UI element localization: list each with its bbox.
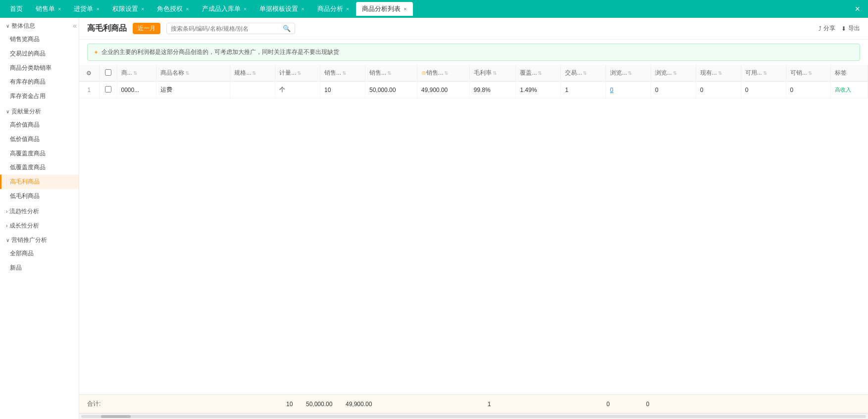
sidebar-item-high-coverage[interactable]: 高覆盖度商品 [0, 146, 79, 161]
search-box: 🔍 [166, 23, 295, 34]
sidebar-item-traded-goods[interactable]: 交易过的商品 [0, 47, 79, 61]
footer-available-stock: 0 [613, 401, 653, 408]
sidebar-item-high-margin[interactable]: 高毛利商品 [0, 175, 79, 189]
col-unit[interactable]: 计量...⇅ [275, 65, 320, 82]
nav-item-sales[interactable]: 销售单 × [30, 2, 67, 16]
col-name[interactable]: 商品名称⇅ [156, 65, 230, 82]
sidebar-section-marketing[interactable]: ∨ 营销推广分析 [0, 232, 79, 246]
page-title: 高毛利商品 [87, 23, 127, 34]
chevron-down-icon: ∨ [6, 23, 9, 29]
row-checkbox[interactable] [99, 82, 117, 98]
close-icon[interactable]: × [186, 6, 189, 12]
row-sales-cost: 49,900.00 [417, 82, 469, 98]
nav-item-role[interactable]: 角色授权 × [151, 2, 195, 16]
close-icon[interactable]: × [301, 6, 304, 12]
chevron-right-icon: › [6, 223, 7, 229]
col-settings[interactable]: ⚙ [79, 65, 99, 82]
footer-sales-qty: 10 [257, 401, 297, 408]
sidebar-item-stock-capital[interactable]: 库存资金占用 [0, 89, 79, 103]
row-sales-qty: 10 [320, 82, 365, 98]
sidebar-section-trend[interactable]: › 流趋性分析 [0, 203, 79, 218]
sidebar-item-in-stock[interactable]: 有库存的商品 [0, 75, 79, 89]
col-browse2[interactable]: 浏览...⇅ [651, 65, 696, 82]
nav-item-template[interactable]: 单据模板设置 × [254, 2, 310, 16]
table-container[interactable]: ⚙ 商...⇅ 商品名称⇅ 规格...⇅ 计量...⇅ 销售...⇅ 销售...… [79, 65, 868, 394]
close-icon[interactable]: × [58, 6, 61, 12]
window-close-button[interactable]: × [851, 4, 864, 14]
sidebar-item-high-value[interactable]: 高价值商品 [0, 118, 79, 132]
row-gross-margin: 99.8% [469, 82, 516, 98]
row-spec [230, 82, 275, 98]
close-icon[interactable]: × [244, 6, 247, 12]
row-sales-amount: 50,000.00 [365, 82, 417, 98]
chevron-right-icon: › [6, 209, 7, 214]
footer-summary: 合计: 10 50,000.00 49,900.00 1 0 0 [79, 394, 868, 413]
footer-current-stock: 0 [574, 401, 613, 408]
nav-item-analysis-list[interactable]: 商品分析列表 × [356, 2, 412, 16]
col-checkbox [99, 65, 117, 82]
sidebar-collapse-button[interactable]: « [73, 22, 77, 30]
sidebar-item-all-goods[interactable]: 全部商品 [0, 246, 79, 261]
select-all-checkbox[interactable] [105, 69, 111, 76]
row-coverage: 1.49% [516, 82, 561, 98]
sidebar-section-overall[interactable]: ∨ 整体信息 [0, 18, 79, 32]
col-code[interactable]: 商...⇅ [117, 65, 156, 82]
close-icon[interactable]: × [141, 6, 144, 12]
col-available-stock[interactable]: 可用...⇅ [741, 65, 786, 82]
footer-transaction: 1 [455, 401, 495, 408]
col-sales-amount[interactable]: 销售...⇅ [365, 65, 417, 82]
content-header: 高毛利商品 近一月 🔍 ⤴ 分享 ⬇ 导出 [79, 18, 868, 40]
export-button[interactable]: ⬇ 导出 [841, 24, 860, 33]
horizontal-scrollbar[interactable] [79, 413, 868, 419]
col-browse1[interactable]: 浏览...⇅ [606, 65, 651, 82]
nav-item-permission[interactable]: 权限设置 × [106, 2, 150, 16]
share-button[interactable]: ⤴ 分享 [818, 24, 835, 33]
footer-sales-amount: 50,000.00 [297, 401, 336, 408]
row-num: 1 [79, 82, 99, 98]
top-nav: 首页 销售单 × 进货单 × 权限设置 × 角色授权 × 产成品入库单 × 单据… [0, 0, 868, 18]
scrollbar-track [81, 415, 866, 418]
row-current-stock: 0 [696, 82, 741, 98]
table-row: 1 0000... 运费 个 10 50,000.00 49,900.00 99… [79, 82, 868, 98]
sidebar-item-low-margin[interactable]: 低毛利商品 [0, 189, 79, 203]
sidebar-item-low-value[interactable]: 低价值商品 [0, 132, 79, 146]
col-spec[interactable]: 规格...⇅ [230, 65, 275, 82]
close-icon[interactable]: × [404, 6, 407, 12]
col-sellable-stock[interactable]: 可销...⇅ [786, 65, 831, 82]
sidebar-item-category-assist[interactable]: 商品分类助销率 [0, 61, 79, 75]
nav-item-home[interactable]: 首页 [4, 2, 29, 16]
nav-item-purchase[interactable]: 进货单 × [68, 2, 105, 16]
sidebar-item-low-coverage[interactable]: 低覆盖度商品 [0, 160, 79, 175]
close-icon[interactable]: × [96, 6, 99, 12]
nav-item-product-entry[interactable]: 产成品入库单 × [196, 2, 253, 16]
sidebar: « ∨ 整体信息 销售览商品 交易过的商品 商品分类助销率 有库存的商品 库存资… [0, 18, 79, 419]
row-available-stock: 0 [741, 82, 786, 98]
filter-button[interactable]: 近一月 [133, 23, 160, 34]
col-sales-cost[interactable]: ⊙销售...⇅ [417, 65, 469, 82]
sidebar-section-contribution[interactable]: ∨ 贡献量分析 [0, 103, 79, 118]
col-tag[interactable]: 标签 [831, 65, 868, 82]
main-layout: « ∨ 整体信息 销售览商品 交易过的商品 商品分类助销率 有库存的商品 库存资… [0, 18, 868, 419]
footer-label: 合计: [87, 400, 101, 408]
table-header-row: ⚙ 商...⇅ 商品名称⇅ 规格...⇅ 计量...⇅ 销售...⇅ 销售...… [79, 65, 868, 82]
info-banner: ✦ 企业的主要的利润都是这部分商品创造的，可考虑加大推广，同时关注库存是不要出现… [87, 44, 860, 61]
col-current-stock[interactable]: 现有...⇅ [696, 65, 741, 82]
row-unit: 个 [275, 82, 320, 98]
content-area: 高毛利商品 近一月 🔍 ⤴ 分享 ⬇ 导出 ✦ 企业的主要的利润都是这部分商品创… [79, 18, 868, 419]
col-transaction[interactable]: 交易...⇅ [561, 65, 606, 82]
row-browse1[interactable]: 0 [606, 82, 651, 98]
export-icon: ⬇ [841, 25, 846, 32]
scrollbar-thumb[interactable] [101, 415, 131, 418]
nav-item-analysis[interactable]: 商品分析 × [311, 2, 355, 16]
col-sales-qty[interactable]: 销售...⇅ [320, 65, 365, 82]
col-gross-margin[interactable]: 毛利率⇅ [469, 65, 516, 82]
sidebar-section-growth[interactable]: › 成长性分析 [0, 218, 79, 232]
row-browse2: 0 [651, 82, 696, 98]
search-input[interactable] [171, 25, 281, 32]
row-tag: 高收入 [831, 82, 868, 98]
close-icon[interactable]: × [346, 6, 349, 12]
col-coverage[interactable]: 覆盖...⇅ [516, 65, 561, 82]
search-icon[interactable]: 🔍 [283, 25, 291, 32]
sidebar-item-new-goods[interactable]: 新品 [0, 261, 79, 275]
sidebar-item-sales-overview[interactable]: 销售览商品 [0, 32, 79, 47]
